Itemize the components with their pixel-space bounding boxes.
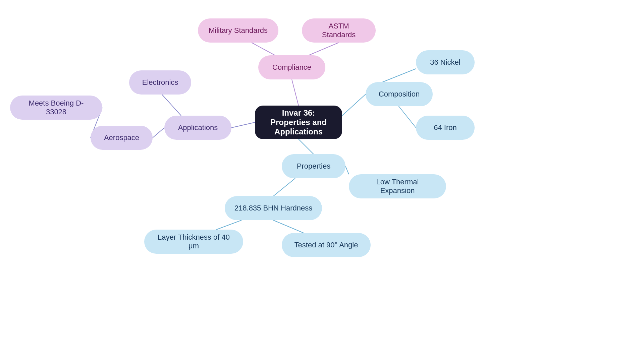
low-thermal-node[interactable]: Low Thermal Expansion xyxy=(349,174,446,198)
svg-line-8 xyxy=(382,69,416,82)
military-standards-label: Military Standards xyxy=(209,26,268,35)
composition-label: Composition xyxy=(379,90,420,99)
aerospace-label: Aerospace xyxy=(104,133,139,142)
compliance-node[interactable]: Compliance xyxy=(258,55,325,79)
iron-64-label: 64 Iron xyxy=(434,123,457,132)
military-standards-node[interactable]: Military Standards xyxy=(198,18,278,43)
aerospace-node[interactable]: Aerospace xyxy=(91,126,153,150)
composition-node[interactable]: Composition xyxy=(366,82,433,106)
bhn-hardness-label: 218.835 BHN Hardness xyxy=(234,204,312,213)
properties-node[interactable]: Properties xyxy=(282,154,345,178)
tested-angle-node[interactable]: Tested at 90° Angle xyxy=(282,233,371,257)
electronics-node[interactable]: Electronics xyxy=(129,70,191,95)
svg-line-5 xyxy=(153,128,164,138)
svg-line-1 xyxy=(252,43,275,55)
bhn-hardness-node[interactable]: 218.835 BHN Hardness xyxy=(225,196,322,220)
center-node[interactable]: Invar 36: Properties and Applications xyxy=(255,106,342,139)
astm-standards-label: ASTM Standards xyxy=(311,22,366,39)
nickel-36-label: 36 Nickel xyxy=(430,58,460,67)
svg-line-11 xyxy=(345,166,349,174)
applications-label: Applications xyxy=(178,123,218,132)
meets-boeing-node[interactable]: Meets Boeing D-33028 xyxy=(10,96,102,120)
compliance-label: Compliance xyxy=(272,63,311,72)
meets-boeing-label: Meets Boeing D-33028 xyxy=(19,99,93,116)
svg-line-13 xyxy=(216,220,241,230)
layer-thickness-label: Layer Thickness of 40 μm xyxy=(154,233,234,250)
low-thermal-label: Low Thermal Expansion xyxy=(358,178,437,195)
svg-line-0 xyxy=(292,79,299,106)
astm-standards-node[interactable]: ASTM Standards xyxy=(302,18,376,43)
properties-label: Properties xyxy=(297,162,330,171)
applications-node[interactable]: Applications xyxy=(164,116,231,140)
tested-angle-label: Tested at 90° Angle xyxy=(294,241,358,249)
svg-line-10 xyxy=(299,139,314,154)
layer-thickness-node[interactable]: Layer Thickness of 40 μm xyxy=(144,230,243,254)
svg-line-14 xyxy=(273,220,304,233)
nickel-36-node[interactable]: 36 Nickel xyxy=(416,50,475,74)
electronics-label: Electronics xyxy=(142,78,178,87)
svg-line-7 xyxy=(342,94,366,116)
svg-line-2 xyxy=(309,43,339,55)
svg-line-3 xyxy=(231,122,255,128)
center-label: Invar 36: Properties and Applications xyxy=(264,108,333,136)
iron-64-node[interactable]: 64 Iron xyxy=(416,116,475,140)
svg-line-12 xyxy=(273,178,295,196)
svg-line-4 xyxy=(162,95,181,116)
connection-lines xyxy=(0,0,644,363)
